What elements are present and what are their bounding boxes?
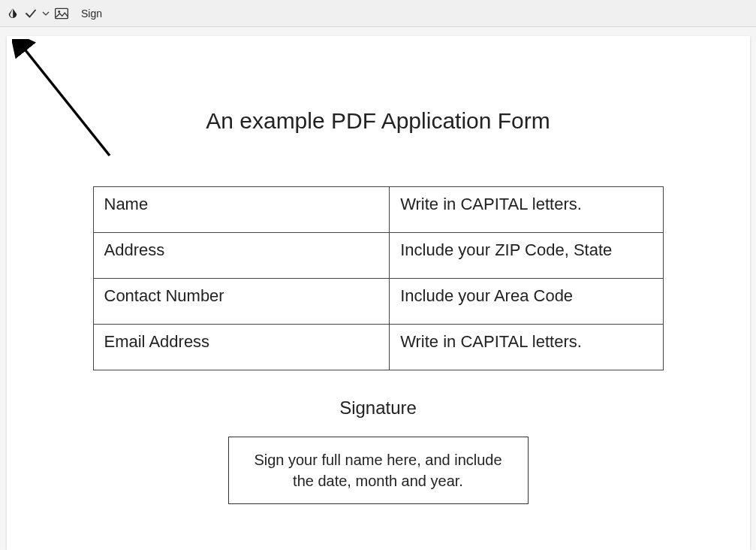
toolbar: Sign [0, 0, 756, 27]
dropdown-caret-icon[interactable] [42, 10, 50, 17]
form-table: Name Write in CAPITAL letters. Address I… [93, 186, 664, 370]
svg-rect-0 [56, 8, 68, 18]
signature-box: Sign your full name here, and include th… [228, 437, 529, 504]
field-label: Address [93, 233, 390, 279]
field-hint: Include your ZIP Code, State [390, 233, 663, 279]
page-area: An example PDF Application Form Name Wri… [0, 27, 756, 550]
sign-button[interactable]: Sign [81, 8, 102, 20]
svg-point-1 [58, 11, 60, 13]
field-label: Email Address [93, 325, 390, 370]
document-page: An example PDF Application Form Name Wri… [7, 36, 750, 550]
table-row: Name Write in CAPITAL letters. [93, 187, 663, 233]
field-hint: Write in CAPITAL letters. [390, 187, 663, 233]
checkmark-tool-icon[interactable] [24, 7, 38, 20]
field-hint: Include your Area Code [390, 279, 663, 325]
field-label: Name [93, 187, 390, 233]
table-row: Contact Number Include your Area Code [93, 279, 663, 325]
field-label: Contact Number [93, 279, 390, 325]
page-title: An example PDF Application Form [7, 108, 750, 134]
image-tool-icon[interactable] [54, 7, 69, 20]
table-row: Address Include your ZIP Code, State [93, 233, 663, 279]
field-hint: Write in CAPITAL letters. [390, 325, 663, 370]
table-row: Email Address Write in CAPITAL letters. [93, 325, 663, 370]
signature-heading: Signature [7, 397, 750, 419]
ink-pen-tool-icon[interactable] [6, 7, 20, 20]
